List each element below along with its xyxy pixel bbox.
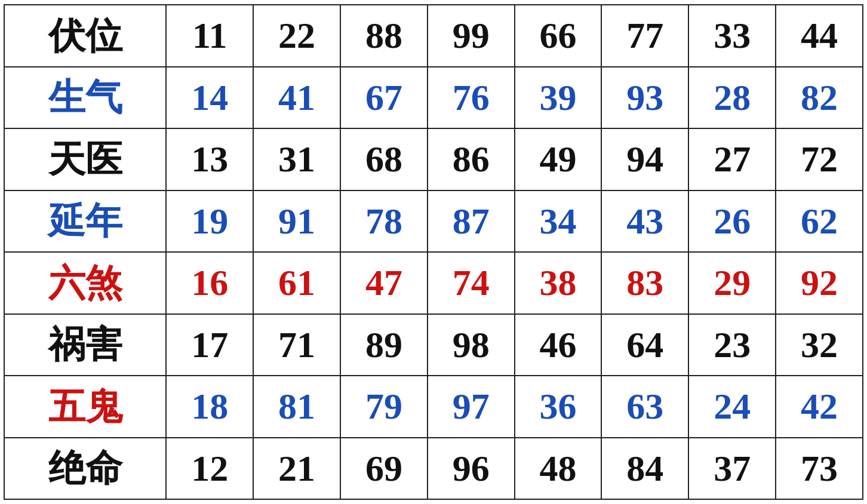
table-cell: 18 [166, 376, 253, 438]
table-cell: 69 [340, 438, 428, 500]
table-cell: 72 [776, 128, 863, 190]
table-cell: 47 [340, 252, 428, 314]
table-cell: 48 [515, 438, 602, 500]
row-label: 伏位 [4, 5, 166, 67]
table-cell: 97 [428, 376, 515, 438]
table-cell: 63 [601, 376, 688, 438]
data-table: 伏位1122889966773344生气1441677639932882天医13… [4, 4, 863, 500]
table-cell: 96 [428, 438, 515, 500]
table-cell: 36 [515, 376, 602, 438]
row-label: 生气 [4, 67, 166, 129]
table-cell: 31 [253, 128, 340, 190]
table-cell: 67 [340, 67, 428, 129]
table-cell: 66 [515, 5, 602, 67]
table-cell: 34 [515, 190, 602, 253]
table-cell: 21 [253, 438, 340, 500]
table-cell: 74 [428, 252, 515, 314]
table-cell: 84 [601, 438, 688, 500]
table-cell: 33 [688, 5, 776, 67]
table-cell: 83 [601, 252, 688, 314]
table-cell: 41 [253, 67, 340, 129]
row-label: 天医 [4, 128, 166, 190]
table-cell: 32 [776, 314, 863, 376]
table-cell: 64 [601, 314, 688, 376]
table-cell: 89 [340, 314, 428, 376]
table-cell: 42 [776, 376, 863, 438]
table-cell: 46 [515, 314, 602, 376]
table-cell: 76 [428, 67, 515, 129]
table-cell: 98 [428, 314, 515, 376]
row-label: 延年 [4, 190, 166, 253]
table-cell: 38 [515, 252, 602, 314]
row-label: 祸害 [4, 314, 166, 376]
table-cell: 44 [776, 5, 863, 67]
table-row: 天医1331688649942772 [4, 128, 863, 190]
table-cell: 94 [601, 128, 688, 190]
table-cell: 14 [166, 67, 253, 129]
table-row: 延年1991788734432662 [4, 190, 863, 253]
table-row: 生气1441677639932882 [4, 67, 863, 129]
table-row: 五鬼1881799736632442 [4, 376, 863, 438]
table-cell: 81 [253, 376, 340, 438]
table-cell: 43 [601, 190, 688, 253]
main-table-container: 伏位1122889966773344生气1441677639932882天医13… [4, 4, 863, 500]
row-label: 六煞 [4, 252, 166, 314]
table-cell: 24 [688, 376, 776, 438]
row-label: 五鬼 [4, 376, 166, 438]
table-cell: 16 [166, 252, 253, 314]
table-cell: 17 [166, 314, 253, 376]
table-cell: 13 [166, 128, 253, 190]
table-cell: 37 [688, 438, 776, 500]
table-cell: 88 [340, 5, 428, 67]
table-cell: 11 [166, 5, 253, 67]
table-cell: 91 [253, 190, 340, 253]
table-cell: 27 [688, 128, 776, 190]
table-cell: 93 [601, 67, 688, 129]
table-row: 祸害1771899846642332 [4, 314, 863, 376]
table-cell: 82 [776, 67, 863, 129]
row-label: 绝命 [4, 438, 166, 500]
table-cell: 78 [340, 190, 428, 253]
table-cell: 22 [253, 5, 340, 67]
table-cell: 92 [776, 252, 863, 314]
table-cell: 26 [688, 190, 776, 253]
table-cell: 87 [428, 190, 515, 253]
table-cell: 39 [515, 67, 602, 129]
table-cell: 79 [340, 376, 428, 438]
table-row: 绝命1221699648843773 [4, 438, 863, 500]
table-cell: 71 [253, 314, 340, 376]
table-cell: 12 [166, 438, 253, 500]
table-cell: 61 [253, 252, 340, 314]
table-row: 伏位1122889966773344 [4, 5, 863, 67]
table-cell: 68 [340, 128, 428, 190]
table-cell: 29 [688, 252, 776, 314]
table-cell: 86 [428, 128, 515, 190]
table-cell: 77 [601, 5, 688, 67]
table-cell: 73 [776, 438, 863, 500]
table-cell: 99 [428, 5, 515, 67]
table-row: 六煞1661477438832992 [4, 252, 863, 314]
table-cell: 28 [688, 67, 776, 129]
table-cell: 62 [776, 190, 863, 253]
table-cell: 23 [688, 314, 776, 376]
table-cell: 49 [515, 128, 602, 190]
table-cell: 19 [166, 190, 253, 253]
